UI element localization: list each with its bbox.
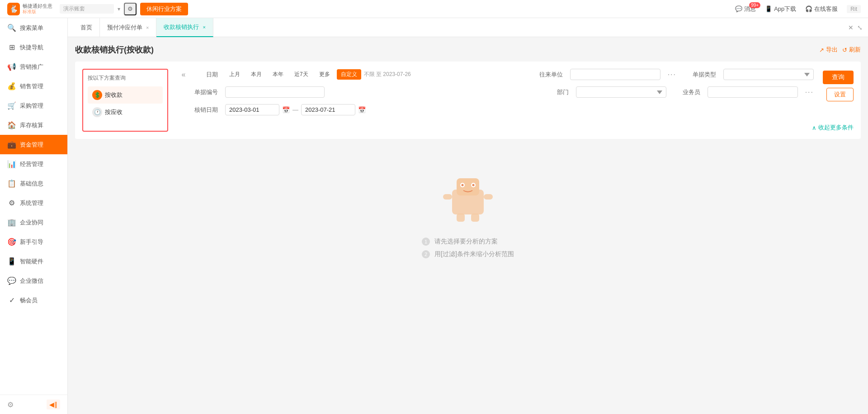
date-btn-this-month[interactable]: 本月 [247, 69, 266, 80]
sidebar-label-basic-info: 基础信息 [20, 180, 43, 188]
sidebar-item-quick-nav[interactable]: ⊞ 快捷导航 [0, 38, 67, 57]
online-service-button[interactable]: 🎧 在线客服 [805, 5, 838, 13]
sidebar-item-purchase[interactable]: 🛒 采购管理 [0, 96, 67, 115]
page-content: 收款核销执行(按收款) ↗ 导出 ↺ 刷新 按以下 [68, 37, 868, 414]
dept-select[interactable] [576, 86, 666, 98]
sidebar-item-enterprise[interactable]: 🏢 企业协同 [0, 213, 67, 232]
filter-option-by-receivable[interactable]: 🕐 按应收 [88, 104, 163, 121]
svg-rect-6 [443, 194, 452, 200]
sales-icon: 💰 [7, 82, 16, 90]
sidebar-item-search[interactable]: 🔍 搜索菜单 [0, 18, 67, 38]
tab-receipt-verify[interactable]: 收款核销执行 × [156, 18, 213, 37]
sidebar-item-marketing[interactable]: 📢 营销推广 [0, 57, 67, 76]
sidebar-item-wechat[interactable]: 💬 企业微信 [0, 271, 67, 290]
tab-prepay[interactable]: 预付冲应付单 × [100, 18, 156, 37]
settings-button[interactable]: ⚙ [124, 3, 137, 15]
filter-fields: 日期 上月 本月 本年 近7天 更多 自定义 不限 至 2023-07-26 [193, 69, 854, 132]
empty-tip-1: 1 请先选择要分析的方案 [422, 235, 514, 247]
sidebar-label-vip: 畅会员 [20, 296, 38, 305]
date-btn-more[interactable]: 更多 [315, 69, 334, 80]
sidebar-item-inventory[interactable]: 🏠 库存核算 [0, 115, 67, 135]
sidebar-label-funds: 资金管理 [20, 141, 43, 149]
header-right: 💬 消息 99+ 📱 App下载 🎧 在线客服 Rit [735, 5, 861, 13]
verify-date-start-input[interactable] [225, 104, 279, 115]
filter-row-verify-date: 核销日期 📅 — 📅 [193, 104, 814, 115]
search-icon: 🔍 [7, 24, 16, 32]
filter-scheme-sidebar: 按以下方案查询 💲 按收款 🕐 按应收 [82, 69, 168, 132]
counterparty-input[interactable] [570, 69, 660, 80]
svg-rect-9 [471, 214, 479, 222]
staff-input[interactable] [708, 86, 798, 98]
date-btn-last-month[interactable]: 上月 [225, 69, 244, 80]
tip-num-2: 2 [422, 250, 430, 258]
top-header: 🐇 畅捷通好生意 标准版 演示账套 ▾ ⚙ 休闲行业方案 💬 消息 99+ 📱 … [0, 0, 868, 18]
hardware-icon: 📱 [7, 257, 16, 266]
date-btn-this-year[interactable]: 本年 [269, 69, 288, 80]
tab-receipt-verify-close-icon[interactable]: × [203, 24, 205, 30]
sidebar-item-funds[interactable]: 💼 资金管理 [0, 135, 67, 154]
sidebar-item-basic-info[interactable]: 📋 基础信息 [0, 174, 67, 193]
voucher-type-label: 单据类型 [693, 71, 716, 79]
chevron-down-icon[interactable]: ▾ [118, 6, 120, 12]
filter-collapse-sidebar-button[interactable]: « [179, 69, 188, 132]
empty-state: 1 请先选择要分析的方案 2 用[过滤]条件来缩小分析范围 [75, 144, 861, 287]
refresh-button[interactable]: ↺ 刷新 [842, 46, 861, 54]
date-btn-7-days[interactable]: 近7天 [290, 69, 312, 80]
sidebar-item-sales[interactable]: 💰 销售管理 [0, 76, 67, 96]
collapse-more-label: 收起更多条件 [818, 124, 854, 132]
industry-solution-button[interactable]: 休闲行业方案 [140, 3, 188, 15]
counterparty-dots[interactable]: ··· [668, 71, 676, 79]
verify-date-label: 核销日期 [193, 106, 218, 114]
svg-point-5 [472, 184, 475, 186]
close-all-tabs-icon[interactable]: ✕ [848, 24, 854, 31]
company-name[interactable]: 演示账套 [60, 4, 114, 14]
purchase-icon: 🛒 [7, 101, 16, 110]
filter-row-voucher: 单据编号 部门 业务员 ··· [193, 86, 814, 98]
svg-rect-8 [457, 214, 465, 222]
system-icon: ⚙ [7, 199, 16, 207]
query-actions: 查询 设置 [823, 69, 854, 101]
sidebar-label-marketing: 营销推广 [20, 63, 43, 71]
logo-area: 🐇 畅捷通好生意 标准版 [7, 3, 52, 15]
voucher-no-input[interactable] [225, 86, 325, 98]
verify-date-start-cal-icon[interactable]: 📅 [282, 106, 290, 114]
collapse-more-conditions: ∧ 收起更多条件 [193, 124, 854, 132]
filter-option-by-receipt[interactable]: 💲 按收款 [88, 86, 163, 104]
filter-sidebar-title: 按以下方案查询 [88, 74, 163, 82]
filter-settings-button[interactable]: 设置 [826, 88, 854, 101]
tab-bar: 首页 预付冲应付单 × 收款核销执行 × ✕ ⤡ [68, 18, 868, 37]
expand-tab-icon[interactable]: ⤡ [857, 24, 863, 31]
svg-rect-7 [484, 194, 493, 200]
tab-home[interactable]: 首页 [73, 18, 100, 37]
sidebar-collapse-button[interactable]: ◀‖ [47, 400, 60, 409]
app-download-button[interactable]: 📱 App下载 [765, 5, 796, 13]
tab-prepay-close-icon[interactable]: × [146, 25, 149, 30]
sidebar-item-guide[interactable]: 🎯 新手引导 [0, 232, 67, 252]
by-receipt-icon: 💲 [92, 90, 102, 100]
staff-dots[interactable]: ··· [805, 88, 814, 96]
verify-date-end-input[interactable] [301, 104, 355, 115]
sidebar-settings-icon[interactable]: ⚙ [7, 400, 14, 409]
message-button[interactable]: 💬 消息 99+ [735, 5, 756, 13]
sidebar-item-hardware[interactable]: 📱 智能硬件 [0, 252, 67, 271]
query-button[interactable]: 查询 [823, 71, 854, 84]
sidebar-item-system[interactable]: ⚙ 系统管理 [0, 193, 67, 213]
empty-tip-2: 2 用[过滤]条件来缩小分析范围 [422, 247, 514, 260]
date-btn-custom[interactable]: 自定义 [337, 69, 361, 80]
empty-tips: 1 请先选择要分析的方案 2 用[过滤]条件来缩小分析范围 [422, 235, 514, 260]
verify-date-end-cal-icon[interactable]: 📅 [358, 106, 366, 114]
refresh-icon: ↺ [842, 47, 847, 53]
export-button[interactable]: ↗ 导出 [819, 46, 838, 54]
svg-point-4 [462, 184, 464, 186]
message-icon: 💬 [735, 5, 742, 12]
enterprise-icon: 🏢 [7, 218, 16, 227]
sidebar-item-operations[interactable]: 📊 经营管理 [0, 154, 67, 174]
user-info[interactable]: Rit [847, 5, 861, 13]
page-title: 收款核销执行(按收款) [75, 44, 154, 55]
empty-robot-illustration [441, 171, 495, 226]
sidebar-bottom: ⚙ ◀‖ [0, 395, 67, 414]
date-no-limit: 不限 至 2023-07-26 [364, 71, 411, 78]
voucher-type-select[interactable] [723, 69, 814, 80]
collapse-more-button[interactable]: ∧ 收起更多条件 [812, 124, 854, 132]
sidebar-item-vip[interactable]: ✓ 畅会员 [0, 290, 67, 310]
